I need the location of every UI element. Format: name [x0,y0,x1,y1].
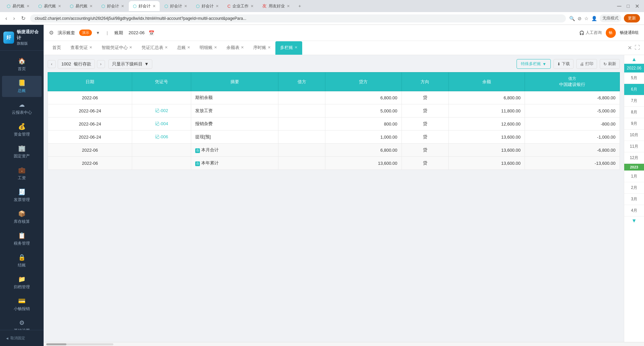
browser-tab-2[interactable]: ⬡ 易代账 ✕ [34,1,65,11]
browser-tab-3[interactable]: ⬡ 易代账 ✕ [66,1,97,11]
page-tab-smart-voucher[interactable]: 智能凭证中心 ✕ [97,41,137,55]
new-tab-btn[interactable]: ＋ [294,2,305,10]
sidebar-item-cloud-report[interactable]: ☁ 云报表中心 [2,98,42,119]
cell-voucher[interactable]: 记-006 [132,131,191,144]
page-tab-detail-ledger[interactable]: 明细账 ✕ [195,41,222,55]
consult-btn[interactable]: 🎧 人工咨询 [579,30,602,36]
cell-voucher[interactable]: 记-004 [132,117,191,131]
download-btn[interactable]: ⬇ 下载 [553,59,574,69]
cancel-pin-btn[interactable]: ◄ 取消固定 [3,334,40,343]
search-icon[interactable]: 🔍 [569,16,575,21]
cal-month-may[interactable]: 5月 [624,72,644,84]
sidebar-item-invoice[interactable]: 🧾 发票管理 [2,185,42,206]
close-voucher-summary-tab[interactable]: ✕ [165,45,168,50]
close-tab-icon[interactable]: ✕ [628,45,632,51]
close-balance-tab[interactable]: ✕ [241,45,244,50]
special-multi-column-btn[interactable]: 特殊多栏账 ▼ [517,59,551,69]
cal-month-nov[interactable]: 11月 [624,141,644,152]
sidebar-item-archive[interactable]: 📁 归档管理 [2,272,42,293]
update-btn[interactable]: 更新 [624,14,640,22]
close-detail-ledger-tab[interactable]: ✕ [214,45,217,50]
sidebar-item-expense[interactable]: 💳 小畅报销 [2,294,42,315]
profile-icon[interactable]: 👤 [591,16,597,21]
cal-nav-down[interactable]: ▼ [624,216,644,225]
cell-debit [278,91,325,104]
page-tab-general-ledger[interactable]: 总账 ✕ [172,41,195,55]
browser-tab-5[interactable]: ⬡ 好会计 ✕ [129,1,160,11]
minimize-btn[interactable]: ─ [615,2,624,10]
bookmark-icon[interactable]: ☆ [584,16,589,21]
sidebar-item-close-account[interactable]: 🔒 结账 [2,250,42,271]
cell-voucher[interactable]: 记-002 [132,104,191,117]
browser-tab-4[interactable]: ⬡ 好会计 ✕ [97,1,128,11]
cal-month-jan[interactable]: 1月 [624,171,644,182]
next-account-btn[interactable]: › [97,60,105,68]
maximize-btn[interactable]: □ [625,3,632,9]
tab-close-2[interactable]: ✕ [58,4,61,8]
sidebar-item-settings[interactable]: ⚙ 基础设置 [2,316,42,330]
close-chronological-tab[interactable]: ✕ [268,45,271,50]
cal-month-jun[interactable]: 6月 [624,84,644,95]
tab-close-7[interactable]: ✕ [216,4,219,8]
period-value[interactable]: 2022-06 [128,30,145,35]
cell-balance: 13,600.00 [448,157,525,170]
close-view-voucher-tab[interactable]: ✕ [89,45,92,50]
back-btn[interactable]: ‹ [4,14,8,23]
page-tab-balance[interactable]: 余额表 ✕ [222,41,249,55]
tab-close-9[interactable]: ✕ [287,4,290,8]
page-tab-multi-column[interactable]: 多栏账 ✕ [275,41,302,55]
sidebar-item-tax[interactable]: 📋 税务管理 [2,229,42,250]
tab-close-6[interactable]: ✕ [184,4,187,8]
close-multi-column-tab[interactable]: ✕ [294,45,298,50]
stealth-mode-btn[interactable]: 无痕模式 [600,14,621,22]
cal-month-jul[interactable]: 7月 [624,95,644,107]
refresh-btn-browser[interactable]: ↻ [20,14,27,23]
close-smart-voucher-tab[interactable]: ✕ [129,45,132,50]
tab-close-1[interactable]: ✕ [26,4,30,8]
cal-month-mar[interactable]: 3月 [624,194,644,205]
browser-tab-7[interactable]: ⬡ 好会计 ✕ [192,1,223,11]
cal-month-feb[interactable]: 2月 [624,182,644,194]
close-general-ledger-tab[interactable]: ✕ [187,45,190,50]
browser-tab-8[interactable]: C 企业工作 ✕ [223,1,258,11]
sidebar-item-payroll[interactable]: 💼 工资 [2,163,42,184]
bottom-scrollbar[interactable] [44,342,644,346]
cal-nav-up[interactable]: ▲ [624,55,644,64]
sidebar-item-inventory[interactable]: 📦 库存核算 [2,207,42,228]
dropdown-arrow-icon[interactable]: ▼ [96,31,100,35]
cal-month-sep[interactable]: 9月 [624,118,644,130]
sidebar-item-fund[interactable]: 💰 资金管理 [2,119,42,141]
tab-close-5[interactable]: ✕ [153,4,156,8]
page-tab-home[interactable]: 首页 [48,41,66,55]
prev-account-btn[interactable]: ‹ [48,60,56,68]
filter-dropdown[interactable]: 只显示下级科目 ▼ [108,59,153,69]
cell-voucher [132,144,191,157]
sidebar-item-ledger[interactable]: 📒 总账 [2,76,42,97]
cal-month-apr[interactable]: 4月 [624,205,644,216]
horizontal-scrollbar[interactable] [46,343,113,345]
print-btn[interactable]: 🖨 打印 [576,59,597,69]
tab-close-4[interactable]: ✕ [121,4,124,8]
cal-month-dec[interactable]: 12月 [624,152,644,164]
cal-month-oct[interactable]: 10月 [624,130,644,141]
sidebar-item-home[interactable]: 🏠 首页 [2,54,42,75]
browser-tab-1[interactable]: ⬡ 易代账 ✕ [3,1,34,11]
refresh-btn[interactable]: ↻ 刷新 [600,59,620,69]
page-tab-voucher-summary[interactable]: 凭证汇总表 ✕ [137,41,172,55]
expand-tab-icon[interactable]: ⛶ [635,45,640,51]
close-btn[interactable]: ✕ [633,2,641,10]
browser-tab-9[interactable]: 友 用友好业 ✕ [258,1,294,11]
settings-gear-icon[interactable]: ⚙ [49,30,54,36]
calendar-icon[interactable]: 📅 [149,30,154,36]
tab-close-3[interactable]: ✕ [90,4,93,8]
page-tab-chronological[interactable]: 序时账 ✕ [249,41,275,55]
sidebar-item-fixed-assets[interactable]: 🏢 固定资产 [2,141,42,162]
cast-icon[interactable]: ⊘ [578,16,582,21]
scrollbar-thumb[interactable] [46,343,66,345]
url-input[interactable]: cloud2.chanjet.com/accounting/uh26t264j5… [30,14,566,22]
tab-close-8[interactable]: ✕ [251,4,254,8]
browser-tab-6[interactable]: ⬡ 好会计 ✕ [160,1,191,11]
cal-month-aug[interactable]: 8月 [624,107,644,118]
forward-btn[interactable]: › [12,14,16,23]
page-tab-view-voucher[interactable]: 查看凭证 ✕ [66,41,97,55]
